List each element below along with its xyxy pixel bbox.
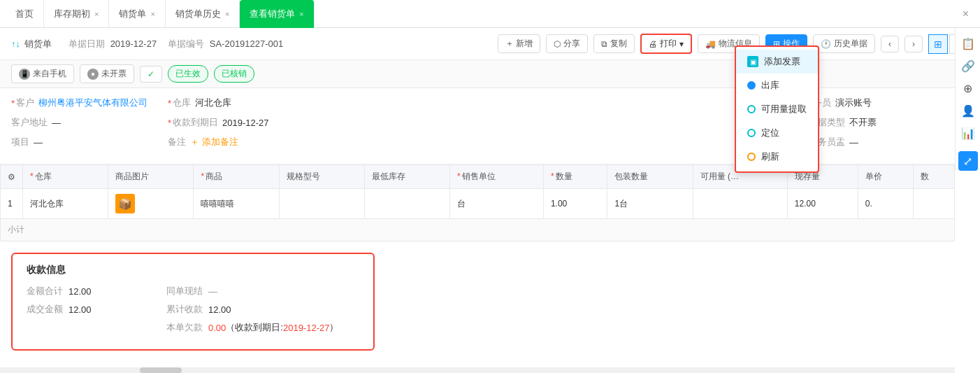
sidebar-icon-plus[interactable]: ⊕ <box>958 78 978 98</box>
tab-home[interactable]: 首页 <box>6 0 44 28</box>
menu-available-qty[interactable]: 可用量提取 <box>736 97 818 121</box>
address-label: 客户地址 <box>11 116 48 129</box>
tab-inventory-init-close[interactable]: × <box>94 10 99 18</box>
print-button[interactable]: 🖨 打印 ▾ <box>640 34 692 54</box>
doc-title: ↑↓ 销货单 <box>11 38 52 50</box>
owed-value: 0.00 <box>208 323 226 333</box>
history-icon: 🕐 <box>821 39 831 49</box>
row-img: 📦 <box>108 189 194 219</box>
sidebar-icon-user[interactable]: 👤 <box>958 101 978 120</box>
tab-sales-order-close[interactable]: × <box>150 10 154 18</box>
sidebar-icon-link[interactable]: 🔗 <box>958 56 978 76</box>
ticket-type-field: * 票据类型 不开票 <box>804 116 944 129</box>
settlement-col: 同单现结 — <box>166 285 306 297</box>
outbound-label: 出库 <box>761 79 779 92</box>
outbound-icon <box>747 81 756 90</box>
print-icon: 🖨 <box>649 39 657 49</box>
note-field: 备注 ＋ 添加备注 <box>168 136 308 148</box>
total-value: 12.00 <box>69 286 92 297</box>
tab-bar-close[interactable]: × <box>957 5 974 23</box>
copy-button[interactable]: ⧉ 复制 <box>593 34 635 53</box>
settlement-value: — <box>208 286 217 297</box>
due-end: ） <box>329 321 338 334</box>
row-no: 1 <box>1 189 23 219</box>
tab-home-label: 首页 <box>15 8 34 20</box>
tab-sales-history-label: 销货单历史 <box>175 8 221 20</box>
owed-label: 本单欠款 <box>166 321 203 334</box>
warehouse-value: 河北仓库 <box>195 97 231 109</box>
menu-locate[interactable]: 定位 <box>736 121 818 145</box>
not-open-button[interactable]: ● 未开票 <box>80 64 134 83</box>
menu-refresh[interactable]: 刷新 <box>736 145 818 169</box>
share-button[interactable]: ⬡ 分享 <box>546 34 588 53</box>
locate-icon <box>747 129 756 137</box>
warehouse-required-star: * <box>168 98 171 108</box>
doc-number-label: 单据编号 <box>168 38 204 49</box>
doc-meta: 单据日期 2019-12-27 单据编号 SA-20191227-001 <box>69 38 283 50</box>
project-label: 项目 <box>11 136 29 148</box>
payment-info: 收款信息 金额合计 12.00 同单现结 — 成交金额 12.00 <box>11 253 375 351</box>
col-price: 单价 <box>858 165 914 189</box>
doc-number-section: 单据编号 SA-20191227-001 <box>168 38 283 50</box>
tab-inventory-init[interactable]: 库存期初 × <box>44 0 109 28</box>
operations-dropdown: ▣ 添加发票 出库 可用量提取 定位 刷新 <box>735 45 819 173</box>
address-value: — <box>52 118 61 128</box>
subtotal-row: 小计 <box>1 219 955 241</box>
customer-value[interactable]: 柳州粤港平安气体有限公司 <box>38 97 147 109</box>
col-pkg-qty: 包装数量 <box>607 165 693 189</box>
col-qty: *数量 <box>543 165 607 189</box>
cumulative-value: 12.00 <box>208 304 231 315</box>
transaction-label: 成交金额 <box>27 303 63 316</box>
view-grid-button[interactable]: ⊞ <box>928 34 948 54</box>
col-settings[interactable]: ⚙ <box>1 165 23 189</box>
tab-view-sales-close[interactable]: × <box>299 10 303 18</box>
row-pkg-qty: 1台 <box>607 189 693 219</box>
project-field: 项目 — <box>11 136 151 148</box>
payment-date-label: 收款到期日 <box>173 116 218 129</box>
phone-icon: 📱 <box>19 69 30 80</box>
tab-sales-history-close[interactable]: × <box>225 10 229 18</box>
row-unit: 台 <box>449 189 543 219</box>
cumulative-label: 累计收款 <box>166 303 203 316</box>
warehouse-field: * 仓库 河北仓库 <box>168 97 280 109</box>
history-button[interactable]: 🕐 历史单据 <box>813 34 875 53</box>
doc-actions: ＋ 新增 ⬡ 分享 ⧉ 复制 🖨 打印 ▾ 🚚 物流信息 ⊞ 操作 <box>498 34 969 54</box>
ticket-type-value: 不开票 <box>849 116 877 129</box>
row-stock: 12.00 <box>787 189 858 219</box>
from-phone-button[interactable]: 📱 来自手机 <box>11 64 74 83</box>
locate-label: 定位 <box>761 127 779 139</box>
prev-button[interactable]: ‹ <box>881 36 899 52</box>
expand-button[interactable]: ⤢ <box>958 151 978 171</box>
sub-action-bar: 📱 来自手机 ● 未开票 ✓ 已生效 已核销 <box>0 60 980 88</box>
menu-add-invoice[interactable]: ▣ 添加发票 <box>736 50 818 73</box>
new-button[interactable]: ＋ 新增 <box>498 34 540 53</box>
salesman-value: — <box>849 137 858 148</box>
note-add[interactable]: ＋ 添加备注 <box>190 136 238 148</box>
document-header: ↑↓ 销货单 单据日期 2019-12-27 单据编号 SA-20191227-… <box>0 28 980 60</box>
cumulative-col: 累计收款 12.00 <box>166 303 306 316</box>
tab-sales-history[interactable]: 销货单历史 × <box>166 0 240 28</box>
active-badge: 已生效 <box>168 65 208 83</box>
customer-required-star: * <box>11 98 15 108</box>
sidebar-icon-doc[interactable]: 📋 <box>958 34 978 53</box>
owed-detail-col: 本单欠款 0.00 （收款到期日: 2019-12-27 ） <box>166 321 338 334</box>
total-label: 金额合计 <box>27 285 63 297</box>
payment-row-3: 本单欠款 0.00 （收款到期日: 2019-12-27 ） <box>27 321 359 334</box>
warehouse-label: 仓库 <box>173 97 191 109</box>
tab-view-sales[interactable]: 查看销货单 × <box>240 0 314 28</box>
due-date: 2019-12-27 <box>283 323 330 333</box>
confirm-button[interactable]: ✓ <box>140 66 162 83</box>
tab-sales-order[interactable]: 销货单 × <box>109 0 165 28</box>
next-button[interactable]: › <box>905 36 923 52</box>
payment-date-field: * 收款到期日 2019-12-27 <box>168 116 308 129</box>
menu-outbound[interactable]: 出库 <box>736 73 818 97</box>
row-min-stock <box>364 189 449 219</box>
refresh-icon <box>747 153 756 161</box>
confirmed-badge: 已核销 <box>214 65 254 83</box>
check-icon: ✓ <box>147 69 154 79</box>
ticket-icon: ● <box>87 69 99 80</box>
print-dropdown-icon: ▾ <box>679 39 684 49</box>
sidebar-icon-chart[interactable]: 📊 <box>958 123 978 143</box>
share-icon: ⬡ <box>554 39 561 49</box>
col-img: 商品图片 <box>108 165 194 189</box>
